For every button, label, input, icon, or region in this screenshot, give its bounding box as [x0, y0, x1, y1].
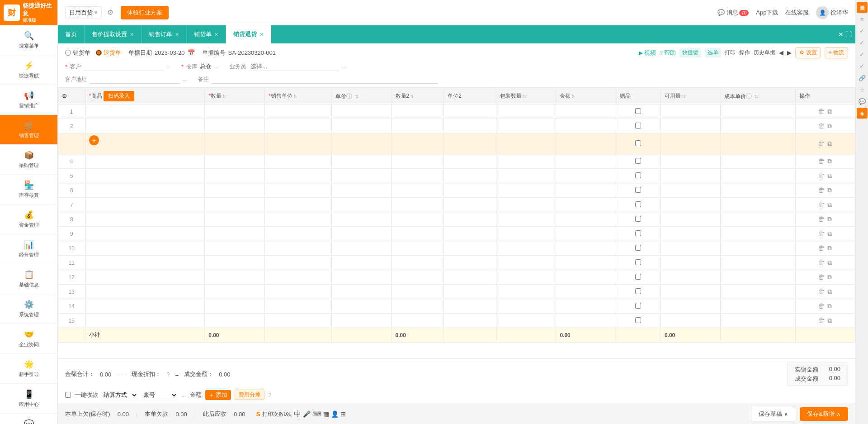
product-cell[interactable] — [85, 183, 205, 198]
unit-price-cell[interactable] — [332, 212, 392, 227]
unit2-cell[interactable] — [444, 314, 496, 328]
cost-info-icon[interactable]: ⓘ — [746, 93, 752, 100]
operate-action[interactable]: 操作 — [739, 49, 750, 57]
gift-cell[interactable] — [616, 198, 660, 212]
qty-cell[interactable] — [205, 133, 264, 154]
amount-cell[interactable] — [556, 119, 616, 133]
product-cell[interactable] — [85, 285, 205, 299]
available-cell[interactable] — [660, 183, 720, 198]
account-dots[interactable]: ... — [181, 391, 186, 398]
qty-cell[interactable] — [205, 227, 264, 241]
sidebar-item-system[interactable]: ⚙️ 系统管理 — [0, 294, 57, 324]
gift-cell[interactable] — [616, 285, 660, 299]
amount-cell[interactable] — [556, 133, 616, 154]
unit2-cell[interactable] — [444, 119, 496, 133]
history-action[interactable]: 历史单据 — [754, 49, 775, 57]
tab-price-extract[interactable]: 售价提取设置 ✕ — [85, 25, 142, 43]
unit-price-cell[interactable] — [332, 119, 392, 133]
tab-home[interactable]: 首页 — [58, 25, 85, 43]
rt-check1[interactable]: ✓ — [857, 25, 868, 36]
unit-price-cell[interactable] — [332, 241, 392, 256]
amount-cell[interactable] — [556, 270, 616, 285]
delete-icon[interactable]: 🗑 — [818, 215, 825, 223]
tab-close-all[interactable]: ✕ — [838, 31, 844, 38]
amount-cell[interactable] — [556, 198, 616, 212]
tab-sales-order-close[interactable]: ✕ — [175, 32, 179, 38]
cost-price-cell[interactable] — [721, 241, 795, 256]
amount-cell[interactable] — [556, 154, 616, 169]
video-action[interactable]: ▶ 视频 — [639, 49, 656, 57]
pkg-qty-cell[interactable] — [496, 270, 556, 285]
unit2-cell[interactable] — [444, 270, 496, 285]
tab-maximize[interactable]: ⛶ — [845, 31, 852, 38]
pkg-qty-cell[interactable] — [496, 227, 556, 241]
cost-price-cell[interactable] — [721, 227, 795, 241]
unit-price-cell[interactable] — [332, 198, 392, 212]
sales-unit-cell[interactable] — [264, 198, 332, 212]
available-cell[interactable] — [660, 119, 720, 133]
amount-cell[interactable] — [556, 169, 616, 183]
logistics-button[interactable]: + 物流 — [825, 47, 848, 58]
user-avatar[interactable]: 👤 徐泽华 — [816, 6, 848, 19]
copy-icon[interactable]: ⧉ — [827, 273, 832, 281]
gift-checkbox[interactable] — [635, 187, 641, 193]
available-cell[interactable] — [660, 154, 720, 169]
qty2-cell[interactable] — [392, 241, 444, 256]
gift-checkbox[interactable] — [635, 274, 641, 280]
radio-return-input[interactable] — [96, 50, 102, 56]
tab-sales-return-close[interactable]: ✕ — [259, 32, 264, 38]
unit2-cell[interactable] — [444, 212, 496, 227]
calc-method-select[interactable]: 结算方式 — [102, 391, 138, 399]
sales-unit-cell[interactable] — [264, 105, 332, 119]
delete-icon[interactable]: 🗑 — [818, 157, 825, 165]
amount-cell[interactable] — [556, 227, 616, 241]
qty2-cell[interactable] — [392, 299, 444, 314]
pkg-qty-cell[interactable] — [496, 105, 556, 119]
sales-unit-cell[interactable] — [264, 256, 332, 270]
unit-sort-icon[interactable]: ⇅ — [293, 94, 297, 99]
unit-price-cell[interactable] — [332, 133, 392, 154]
save-draft-button[interactable]: 保存草稿 ∧ — [751, 407, 796, 421]
qty-cell[interactable] — [205, 212, 264, 227]
sidebar-item-sales[interactable]: 🛒 销售管理 — [0, 115, 57, 145]
rt-grid-view[interactable]: ▦ — [857, 2, 868, 13]
add-fee-button[interactable]: ＋ 添加 — [205, 390, 231, 400]
copy-icon[interactable]: ⧉ — [827, 230, 832, 238]
address-dots[interactable]: ... — [183, 76, 187, 82]
sales-unit-cell[interactable] — [264, 183, 332, 198]
account-select[interactable]: 账号 — [142, 391, 178, 399]
sidebar-item-search[interactable]: 🔍 搜索菜单 — [0, 25, 57, 55]
qty-cell[interactable] — [205, 241, 264, 256]
select-action[interactable]: 选单 — [705, 48, 721, 57]
sales-unit-cell[interactable] — [264, 227, 332, 241]
shortcut-action[interactable]: 快捷键 — [679, 48, 701, 57]
qty2-cell[interactable] — [392, 270, 444, 285]
available-cell[interactable] — [660, 198, 720, 212]
sales-unit-cell[interactable] — [264, 119, 332, 133]
unit-price-cell[interactable] — [332, 183, 392, 198]
qty-cell[interactable] — [205, 285, 264, 299]
unit-price-cell[interactable] — [332, 299, 392, 314]
gift-checkbox[interactable] — [635, 201, 641, 207]
gift-checkbox[interactable] — [635, 216, 641, 222]
rt-check2[interactable]: ✓ — [857, 37, 868, 48]
available-cell[interactable] — [660, 105, 720, 119]
warehouse-dots[interactable]: ... — [214, 63, 219, 70]
delete-icon[interactable]: 🗑 — [818, 201, 825, 209]
pkg-qty-cell[interactable] — [496, 183, 556, 198]
gift-checkbox[interactable] — [635, 158, 641, 164]
copy-icon[interactable]: ⧉ — [827, 172, 832, 180]
qty2-cell[interactable] — [392, 133, 444, 154]
qty-cell[interactable] — [205, 198, 264, 212]
rt-list-view[interactable]: ≡ — [857, 14, 868, 24]
sales-unit-cell[interactable] — [264, 154, 332, 169]
cost-sort-icon[interactable]: ⇅ — [755, 94, 758, 99]
cost-price-cell[interactable] — [721, 299, 795, 314]
product-cell[interactable] — [85, 227, 205, 241]
help-icon[interactable]: ? — [166, 371, 170, 378]
split-fee-button[interactable]: 费用分摊 — [235, 390, 264, 400]
qty-sort-icon[interactable]: ⇅ — [222, 94, 226, 99]
sales-unit-cell[interactable] — [264, 285, 332, 299]
copy-icon[interactable]: ⧉ — [827, 317, 832, 324]
radio-sales[interactable]: 销货单 — [65, 49, 90, 57]
